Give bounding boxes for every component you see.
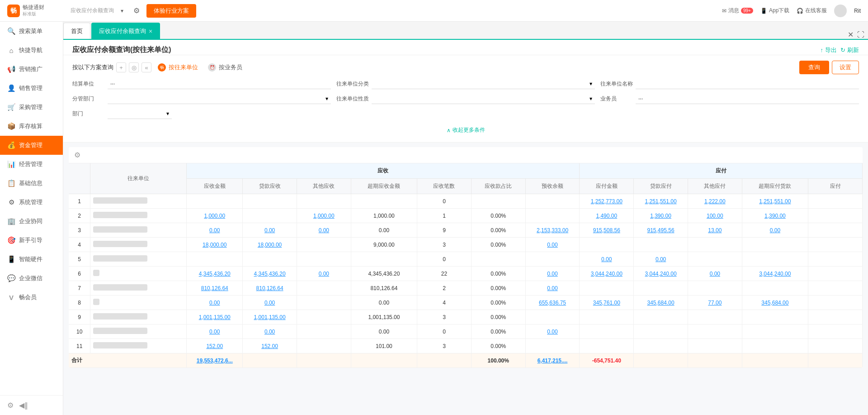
filter-option-by-partner[interactable]: 畅 按往来单位: [154, 62, 202, 73]
table-row: 21,000.001,000.001,000.0010.00%1,490.001…: [69, 209, 863, 223]
tab-close-btn[interactable]: ✕: [848, 30, 854, 39]
sidebar-item-guide[interactable]: 🎯 新手引导: [0, 231, 63, 250]
app-download-btn[interactable]: 📱 App下载: [760, 7, 789, 14]
cell-ar-loan: [243, 194, 297, 209]
th-partner: 往来单位: [90, 163, 187, 194]
th-ap-overdue: 超期应付货款: [742, 179, 808, 194]
sidebar-label-finance: 资金管理: [19, 141, 42, 149]
trial-btn[interactable]: 体验行业方案: [146, 4, 196, 18]
message-label: 消息: [728, 7, 739, 14]
cell-idx: 3: [69, 223, 90, 238]
cell-ar-other: 0.00: [297, 223, 351, 238]
sidebar-collapse-icon[interactable]: ◀‖: [19, 401, 28, 410]
dept-manager-select[interactable]: ▾: [108, 94, 331, 104]
export-btn[interactable]: ↑ 导出: [821, 46, 837, 54]
tab-ar-ap[interactable]: 应收应付余额查询 ×: [91, 23, 160, 39]
filter-section: 按以下方案查询 + ◎ « 畅 按往来单位 ⏰ 按业务员 查询 设置: [63, 55, 868, 143]
cell-idx: 8: [69, 296, 90, 310]
breadcrumb-dropdown-icon[interactable]: ▾: [118, 6, 127, 15]
filter-settings-btn[interactable]: ◎: [129, 62, 139, 72]
tab-expand-btn[interactable]: ⛶: [857, 31, 864, 39]
sidebar-item-marketing[interactable]: 📢 营销推广: [0, 60, 63, 79]
tab-close-icon[interactable]: ×: [149, 28, 152, 34]
cell-idx: 11: [69, 339, 90, 353]
sidebar-item-search-menu[interactable]: 🔍 搜索菜单: [0, 22, 63, 41]
table-row: 64,345,436.204,345,436.200.004,345,436.2…: [69, 267, 863, 281]
cell-ar-ratio: 0.00%: [471, 267, 525, 281]
cell-ar-ratio: 0.00%: [471, 209, 525, 223]
quick-nav-icon: ⌂: [7, 46, 15, 54]
cell-ap-other: [688, 281, 742, 296]
partner-name-input[interactable]: [636, 79, 859, 89]
table-gear-icon[interactable]: ⚙: [74, 151, 80, 159]
th-index: [69, 163, 90, 194]
filter-add-btn[interactable]: +: [116, 62, 126, 72]
cell-ar-loan: 18,000.00: [243, 238, 297, 252]
cell-ap-loan: [634, 238, 688, 252]
sidebar-item-sales[interactable]: 👤 销售管理: [0, 79, 63, 98]
filter-collapse-btn[interactable]: «: [142, 62, 151, 72]
cell-ap-more: [808, 267, 863, 281]
cell-ap-other: [688, 310, 742, 324]
sidebar-item-finance[interactable]: 💰 资金管理: [0, 136, 63, 155]
total-ar-prepay: 6,417,215....: [525, 353, 580, 368]
sidebar-settings-icon[interactable]: ⚙: [7, 401, 14, 410]
sidebar-item-inventory[interactable]: 📦 库存核算: [0, 117, 63, 136]
cell-ar-count: 2: [417, 281, 472, 296]
cell-partner: [90, 296, 187, 310]
cell-ap-amount: [580, 238, 634, 252]
partner-category-select[interactable]: ▾: [372, 79, 595, 89]
total-ar-overdue: [351, 353, 417, 368]
online-service-btn[interactable]: 🎧 在线客服: [797, 7, 827, 14]
message-btn[interactable]: ✉ 消息 99+: [722, 7, 753, 14]
by-salesman-icon: ⏰: [208, 63, 216, 72]
cell-ap-more: [808, 252, 863, 267]
guide-icon: 🎯: [7, 236, 15, 244]
cell-ar-prepay: 0.00: [525, 267, 580, 281]
setting-button[interactable]: 设置: [832, 61, 859, 74]
query-button[interactable]: 查询: [799, 61, 829, 74]
partner-nature-select[interactable]: ▾: [372, 94, 595, 104]
filter-toolbar: 按以下方案查询 + ◎ « 畅 按往来单位 ⏰ 按业务员 查询 设置: [72, 61, 859, 74]
table-scroll-wrapper[interactable]: 往来单位 应收 应付 应收金额 贷款应收 其他应收 超期应收金额 应收笔数 应收…: [69, 163, 863, 368]
filter-option-by-salesman[interactable]: ⏰ 按业务员: [204, 62, 246, 73]
refresh-btn[interactable]: ↻ 刷新: [840, 46, 859, 54]
cell-partner: [90, 281, 187, 296]
collapse-more-label: 收起更多条件: [453, 126, 485, 134]
sidebar-item-basic-info[interactable]: 📋 基础信息: [0, 174, 63, 193]
filter-settlement-unit: 结算单位 ···: [72, 79, 331, 89]
cell-ap-loan: [634, 310, 688, 324]
cell-ar-loan: [243, 209, 297, 223]
table-row: 418,000.0018,000.009,000.0030.00%0.00: [69, 238, 863, 252]
sales-icon: 👤: [7, 84, 15, 92]
table-row: 11152.00152.00101.0030.00%: [69, 339, 863, 353]
sidebar-item-operation[interactable]: 📊 经营管理: [0, 155, 63, 174]
settlement-unit-input[interactable]: ···: [108, 79, 331, 89]
sidebar-item-quick-nav[interactable]: ⌂ 快捷导航: [0, 41, 63, 60]
cell-ar-ratio: 0.00%: [471, 339, 525, 353]
sidebar-bottom: ⚙ ◀‖: [0, 395, 63, 415]
partner-name-label: 往来单位名称: [600, 80, 633, 88]
logo-icon: 畅: [7, 5, 20, 17]
cell-ap-overdue: [742, 252, 808, 267]
collapse-more-btn[interactable]: ∧ 收起更多条件: [72, 124, 859, 137]
cell-ap-loan: [634, 339, 688, 353]
sidebar-item-member[interactable]: V 畅会员: [0, 288, 63, 307]
total-ap-loan: [634, 353, 688, 368]
sidebar-item-system[interactable]: ⚙ 系统管理: [0, 193, 63, 212]
sidebar-item-purchase[interactable]: 🛒 采购管理: [0, 98, 63, 117]
tab-home[interactable]: 首页: [63, 23, 90, 39]
settings-gear-icon[interactable]: ⚙: [130, 5, 143, 17]
filter-salesman: 业务员 ···: [600, 94, 859, 104]
th-ar-overdue: 超期应收金额: [351, 179, 417, 194]
total-label: 合计: [69, 353, 187, 368]
sidebar-item-wechat[interactable]: 💬 企业微信: [0, 269, 63, 288]
sidebar-item-enterprise[interactable]: 🏢 企业协同: [0, 212, 63, 231]
cell-idx: 4: [69, 238, 90, 252]
marketing-icon: 📢: [7, 65, 15, 73]
sidebar-item-smart-hw[interactable]: 📱 智能硬件: [0, 250, 63, 269]
dept-select[interactable]: ▾: [108, 109, 172, 119]
cell-ap-amount: 1,252,773.00: [580, 194, 634, 209]
salesman-input[interactable]: ···: [636, 94, 859, 104]
filter-partner-category: 往来单位分类 ▾: [336, 79, 595, 89]
